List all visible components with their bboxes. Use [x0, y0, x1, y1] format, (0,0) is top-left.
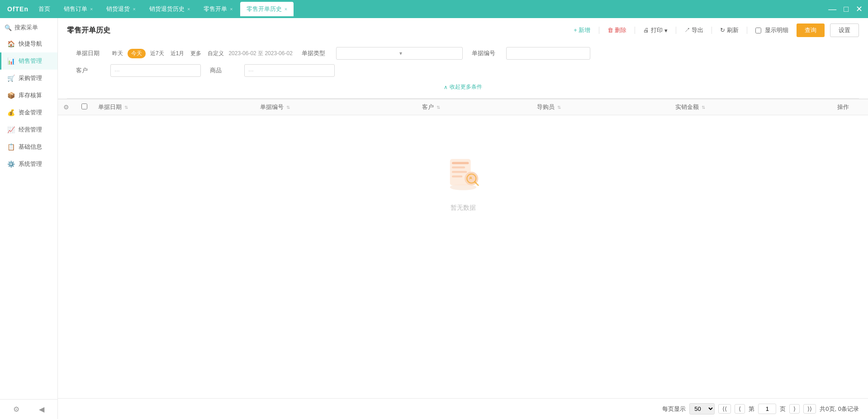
- sidebar-item-label-basic-info: 基础信息: [19, 143, 42, 151]
- system-mgmt-icon: ⚙️: [7, 160, 15, 168]
- date-btn-custom[interactable]: 自定义: [206, 49, 226, 58]
- date-btn-last7[interactable]: 近7天: [148, 49, 166, 58]
- doc-no-sort-icon[interactable]: ⇅: [286, 105, 290, 110]
- tab-close-sales-return-history[interactable]: ×: [187, 6, 190, 12]
- tab-item-sales-order[interactable]: 销售订单×: [57, 2, 99, 16]
- add-button[interactable]: + 新增: [571, 24, 593, 36]
- doc-date-sort-icon[interactable]: ⇅: [124, 105, 128, 110]
- sidebar-item-quick-nav[interactable]: 🏠快捷导航: [0, 35, 57, 52]
- sidebar-item-inventory[interactable]: 📦库存核算: [0, 87, 57, 104]
- basic-info-icon: 📋: [7, 143, 15, 151]
- sidebar-collapse-btn[interactable]: ◀: [37, 403, 46, 415]
- table-gear-icon[interactable]: ⚙: [63, 104, 69, 111]
- tab-item-home[interactable]: 首页: [32, 2, 57, 16]
- sidebar-item-label-sales-mgmt: 销售管理: [19, 57, 42, 65]
- goods-input[interactable]: ···: [244, 64, 335, 77]
- main-layout: 🔍 搜索采单 🏠快捷导航📊销售管理🛒采购管理📦库存核算💰资金管理📈经营管理📋基础…: [0, 18, 868, 419]
- th-customer: 客户 ⇅: [417, 99, 531, 115]
- amount-sort-icon[interactable]: ⇅: [702, 105, 705, 110]
- sidebar-item-basic-info[interactable]: 📋基础信息: [0, 138, 57, 155]
- date-btn-yesterday[interactable]: 昨天: [110, 49, 125, 58]
- th-settings: ⚙: [58, 99, 76, 115]
- last-page-btn[interactable]: ⟩⟩: [803, 404, 816, 414]
- customer-sort-icon[interactable]: ⇅: [436, 105, 440, 110]
- salesperson-sort-icon[interactable]: ⇅: [557, 105, 561, 110]
- table-wrapper: ⚙ 单据日期 ⇅ 单据编号 ⇅: [58, 99, 868, 398]
- export-button[interactable]: ↗ 导出: [682, 24, 707, 36]
- prev-page-btn[interactable]: ⟨: [735, 404, 745, 414]
- page-label-post: 页: [780, 405, 786, 413]
- search-icon: 🔍: [5, 24, 12, 31]
- display-detail-button[interactable]: 显示明细: [753, 24, 791, 36]
- tab-close-retail-open-history[interactable]: ×: [285, 6, 287, 12]
- customer-input[interactable]: ···: [110, 64, 201, 77]
- empty-text: 暂无数据: [451, 204, 476, 212]
- quick-nav-icon: 🏠: [7, 40, 15, 48]
- collapse-btn[interactable]: ∧ 收起更多条件: [444, 83, 482, 91]
- select-all-checkbox[interactable]: [81, 104, 87, 109]
- svg-rect-5: [452, 175, 462, 177]
- doc-type-label: 单据类型: [302, 49, 327, 57]
- window-close-btn[interactable]: ✕: [854, 4, 864, 14]
- th-doc-date-label: 单据日期: [98, 104, 122, 110]
- th-doc-no: 单据编号 ⇅: [255, 99, 417, 115]
- sidebar-item-sales-mgmt[interactable]: 📊销售管理: [0, 52, 57, 70]
- delete-button[interactable]: 🗑 删除: [605, 24, 630, 36]
- customer-ellipsis: ···: [114, 67, 120, 74]
- page-size-select[interactable]: 50 10 20 100: [689, 403, 715, 414]
- date-filter-label: 单据日期: [76, 49, 101, 57]
- doc-no-input[interactable]: [506, 47, 590, 60]
- window-maximize-btn[interactable]: □: [842, 5, 850, 14]
- sidebar: 🔍 搜索采单 🏠快捷导航📊销售管理🛒采购管理📦库存核算💰资金管理📈经营管理📋基础…: [0, 18, 58, 419]
- display-detail-checkbox[interactable]: [755, 28, 761, 33]
- sidebar-item-operation-mgmt[interactable]: 📈经营管理: [0, 121, 57, 138]
- query-button[interactable]: 查询: [797, 24, 825, 37]
- sidebar-item-label-operation-mgmt: 经营管理: [19, 126, 42, 134]
- operation-mgmt-icon: 📈: [7, 126, 15, 134]
- sidebar-item-purchase-mgmt[interactable]: 🛒采购管理: [0, 70, 57, 87]
- collapse-icon: ∧: [444, 84, 448, 90]
- date-btn-last1month[interactable]: 近1月: [169, 49, 186, 58]
- filter-row-2: 客户 ··· 商品 ···: [76, 64, 850, 77]
- total-info: 共0页, 0条记录: [820, 405, 859, 413]
- setting-button[interactable]: 设置: [830, 24, 859, 37]
- filter-area: 单据日期 昨天 今天 近7天 近1月 更多 自定义 2023-06-02 至 2…: [67, 42, 859, 99]
- sales-mgmt-icon: 📊: [7, 57, 15, 65]
- content-area: 零售开单历史 + 新增 🗑 删除 🖨 打印 ▾ ↗ 导出 ↻ 刷新: [58, 18, 868, 419]
- sidebar-settings-btn[interactable]: ⚙: [11, 403, 21, 415]
- date-btn-today[interactable]: 今天: [128, 49, 146, 58]
- next-page-btn[interactable]: ⟩: [789, 404, 800, 414]
- sidebar-search[interactable]: 🔍 搜索采单: [0, 18, 57, 35]
- tab-bar: OfTEn 首页销售订单×销货退货×销货退货历史×零售开单×零售开单历史× — …: [0, 0, 868, 18]
- tab-item-sales-return[interactable]: 销货退货×: [100, 2, 142, 16]
- sidebar-item-finance-mgmt[interactable]: 💰资金管理: [0, 104, 57, 121]
- print-button[interactable]: 🖨 打印 ▾: [640, 24, 670, 36]
- sidebar-item-system-mgmt[interactable]: ⚙️系统管理: [0, 155, 57, 173]
- tab-item-retail-open-history[interactable]: 零售开单历史×: [240, 2, 294, 16]
- tab-close-retail-open[interactable]: ×: [230, 6, 232, 12]
- tab-item-retail-open[interactable]: 零售开单×: [197, 2, 239, 16]
- tabs-container: 首页销售订单×销货退货×销货退货历史×零售开单×零售开单历史×: [32, 2, 294, 16]
- th-actions-label: 操作: [837, 104, 849, 110]
- th-salesperson-label: 导购员: [537, 104, 555, 110]
- pagination-bar: 每页显示 50 10 20 100 ⟨⟨ ⟨ 第 页 ⟩ ⟩⟩ 共0页, 0条记…: [58, 398, 868, 419]
- window-minimize-btn[interactable]: —: [826, 5, 838, 14]
- th-amount: 实销金额 ⇅: [670, 99, 832, 115]
- svg-rect-2: [452, 162, 469, 164]
- doc-type-select[interactable]: ▾: [336, 47, 463, 60]
- tab-item-sales-return-history[interactable]: 销货退货历史×: [143, 2, 196, 16]
- brand-logo: OfTEn: [4, 5, 32, 13]
- page-header: 零售开单历史 + 新增 🗑 删除 🖨 打印 ▾ ↗ 导出 ↻ 刷新: [58, 18, 868, 99]
- tab-close-sales-return[interactable]: ×: [133, 6, 135, 12]
- table-header: ⚙ 单据日期 ⇅ 单据编号 ⇅: [58, 99, 868, 115]
- table-header-row: ⚙ 单据日期 ⇅ 单据编号 ⇅: [58, 99, 868, 115]
- data-table: ⚙ 单据日期 ⇅ 单据编号 ⇅: [58, 99, 868, 115]
- refresh-button[interactable]: ↻ 刷新: [717, 24, 741, 36]
- th-salesperson: 导购员 ⇅: [531, 99, 670, 115]
- first-page-btn[interactable]: ⟨⟨: [718, 404, 731, 414]
- page-title-row: 零售开单历史 + 新增 🗑 删除 🖨 打印 ▾ ↗ 导出 ↻ 刷新: [67, 24, 859, 37]
- th-doc-date: 单据日期 ⇅: [93, 99, 255, 115]
- tab-close-sales-order[interactable]: ×: [90, 6, 93, 12]
- date-btn-more[interactable]: 更多: [189, 49, 203, 58]
- page-number-input[interactable]: [758, 404, 776, 414]
